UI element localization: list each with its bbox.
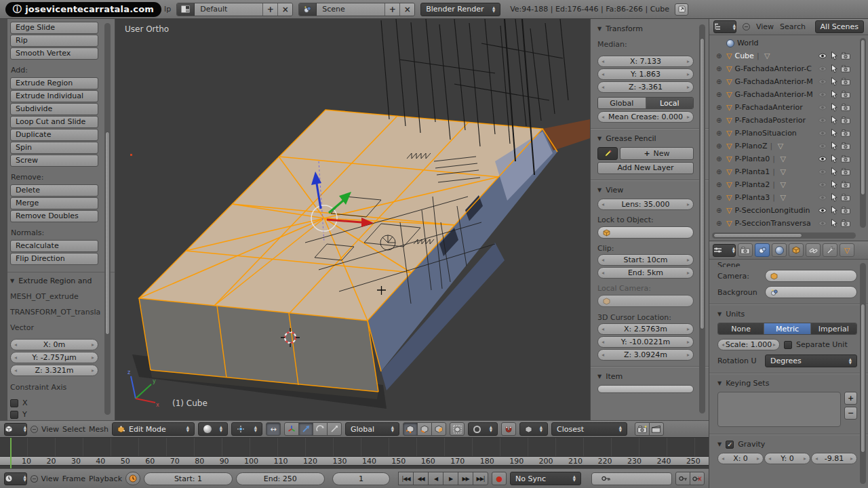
tool-button[interactable]: Loop Cut and Slide: [10, 116, 98, 128]
checkbox-icon[interactable]: [10, 399, 18, 407]
selectability-cursor-icon[interactable]: [831, 206, 837, 215]
operator-panel-header[interactable]: ▼ Extrude Region and: [10, 277, 98, 285]
tab-scene[interactable]: [755, 243, 770, 257]
tool-button[interactable]: Spin: [10, 142, 98, 154]
editor-type-properties-icon[interactable]: ▲▼: [713, 244, 736, 257]
local-toggle[interactable]: Local: [646, 98, 694, 108]
units-imperial-toggle[interactable]: Imperial: [810, 323, 856, 334]
scrollbar-thumb[interactable]: [105, 131, 110, 335]
object-name[interactable]: P-FachadaPosterior: [734, 116, 806, 125]
pivot-point-select[interactable]: ▲▼: [231, 422, 262, 436]
keying-sets-panel-header[interactable]: ▼ Keying Sets: [717, 379, 857, 388]
visibility-eye-icon[interactable]: [818, 66, 827, 72]
expand-icon[interactable]: ⊕: [716, 91, 724, 98]
view-panel-header[interactable]: ▼ View: [597, 186, 694, 195]
edge-select-icon[interactable]: [417, 422, 432, 436]
window-duplicate-icon[interactable]: [675, 3, 688, 16]
tool-button[interactable]: Recalculate: [10, 240, 98, 252]
occlude-geometry-toggle[interactable]: [450, 422, 465, 436]
object-name[interactable]: P-PlanoZ: [734, 142, 767, 150]
outliner-view-menu[interactable]: View: [756, 22, 774, 31]
expand-icon[interactable]: ⊕: [716, 65, 724, 73]
viewport-3d[interactable]: x y z User Ortho (1) Cube: [115, 19, 590, 420]
renderability-camera-icon[interactable]: [841, 117, 850, 124]
cursor-value-slider[interactable]: Z: 3.0924m: [597, 349, 694, 361]
object-name[interactable]: P-Planta0: [734, 155, 770, 163]
outliner-search-menu[interactable]: Search: [780, 22, 806, 31]
renderability-camera-icon[interactable]: [841, 104, 850, 111]
expand-icon[interactable]: ⊕: [716, 78, 724, 85]
translate-manipulator-icon[interactable]: [298, 422, 313, 436]
rotation-units-select[interactable]: Degrees ▲▼: [765, 354, 857, 367]
median-value-slider[interactable]: Z: -3.361: [597, 81, 694, 93]
timeline-view-menu[interactable]: View: [41, 474, 59, 483]
mean-crease-slider[interactable]: Mean Crease: 0.000: [597, 111, 694, 123]
scrollbar-thumb[interactable]: [861, 39, 865, 195]
expand-icon[interactable]: ⊕: [716, 168, 724, 176]
visibility-eye-icon[interactable]: [818, 130, 827, 136]
outliner-hscrollbar[interactable]: [712, 232, 856, 239]
outliner-item[interactable]: ⊕ ▽ P-Planta2 | ▽: [709, 178, 868, 191]
item-name-field-clipped[interactable]: [597, 385, 694, 393]
outliner-item[interactable]: ⊕ ▽ P-FachadaAnterior | ▽: [709, 101, 868, 114]
expand-icon[interactable]: ⊕: [716, 52, 724, 60]
keying-sets-list[interactable]: [717, 392, 841, 427]
mesh-menu[interactable]: Mesh: [89, 425, 108, 434]
playback-button[interactable]: ◀: [428, 472, 443, 485]
tool-button[interactable]: Screw: [10, 155, 98, 167]
outliner-vscrollbar[interactable]: [860, 38, 866, 228]
expand-icon[interactable]: ⊕: [716, 194, 724, 201]
tool-button[interactable]: Delete: [10, 184, 98, 197]
visibility-eye-icon[interactable]: [818, 207, 827, 214]
renderability-camera-icon[interactable]: [841, 194, 850, 201]
keying-set-field[interactable]: [591, 472, 672, 485]
axis-checkbox-row[interactable]: Y: [10, 410, 98, 419]
object-name[interactable]: G-FachadaAnterior-M: [734, 77, 812, 86]
tool-button[interactable]: Merge: [10, 197, 98, 209]
tool-button[interactable]: Edge Slide: [10, 22, 98, 34]
expand-icon[interactable]: ⊕: [716, 155, 724, 163]
tool-button[interactable]: Subdivide: [10, 103, 98, 115]
object-name[interactable]: World: [737, 39, 759, 47]
renderability-camera-icon[interactable]: [841, 91, 850, 98]
selectability-cursor-icon[interactable]: [831, 129, 837, 138]
add-scene-button[interactable]: +: [384, 3, 399, 16]
face-select-icon[interactable]: [431, 422, 446, 436]
selectability-cursor-icon[interactable]: [831, 219, 837, 227]
lock-object-field[interactable]: [597, 226, 694, 239]
units-metric-toggle[interactable]: Metric: [764, 323, 810, 334]
transform-panel-header[interactable]: ▼ Transform: [597, 24, 694, 33]
visibility-eye-icon[interactable]: [818, 182, 827, 188]
object-name[interactable]: G-FachadaAnterior-C: [734, 64, 811, 73]
visibility-eye-icon[interactable]: [818, 195, 827, 201]
selectability-cursor-icon[interactable]: [831, 167, 837, 176]
opengl-render-image-icon[interactable]: [635, 422, 650, 436]
object-name[interactable]: P-FachadaAnterior: [734, 103, 802, 112]
renderability-camera-icon[interactable]: [841, 52, 850, 60]
collapse-menus-icon[interactable]: [31, 426, 38, 433]
mode-select[interactable]: Edit Mode ▲▼: [112, 422, 195, 436]
snap-element-select[interactable]: ▲▼: [519, 422, 548, 436]
view-menu[interactable]: View: [41, 425, 59, 434]
selectability-cursor-icon[interactable]: [831, 77, 837, 86]
units-none-toggle[interactable]: None: [718, 323, 764, 334]
renderability-camera-icon[interactable]: [841, 220, 850, 227]
object-name[interactable]: P-Planta3: [734, 193, 770, 202]
tool-button[interactable]: Extrude Individual: [10, 90, 98, 102]
lens-slider[interactable]: Lens: 35.000: [597, 199, 694, 210]
frame-number-strip[interactable]: 1020304050607080901001101201301401501601…: [0, 456, 709, 466]
editor-type-outliner-icon[interactable]: ▲▼: [713, 20, 736, 33]
cursor-value-slider[interactable]: Y: -10.0221m: [597, 336, 694, 348]
median-value-slider[interactable]: Y: 1.863: [597, 68, 694, 80]
tool-button[interactable]: Duplicate: [10, 129, 98, 141]
vector-value-slider[interactable]: Y: -2.757µm: [10, 352, 98, 363]
tool-button[interactable]: Remove Doubles: [10, 210, 98, 222]
expand-icon[interactable]: ⊕: [716, 117, 724, 124]
properties-scrollbar[interactable]: [860, 263, 866, 484]
visibility-eye-icon[interactable]: [818, 156, 827, 162]
expand-icon[interactable]: ⊕: [716, 207, 724, 214]
grease-new-button[interactable]: + New: [620, 147, 694, 160]
outliner-item[interactable]: ⊕ ▽ P-PlanoSituacion | ▽: [709, 127, 868, 140]
playback-button[interactable]: ▶: [443, 472, 458, 485]
tool-button[interactable]: Extrude Region: [10, 77, 98, 89]
